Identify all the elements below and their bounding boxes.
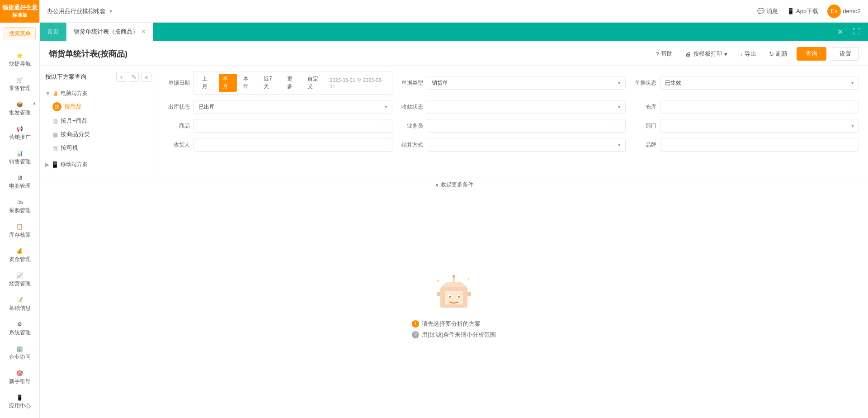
svg-rect-1 [445, 291, 463, 304]
sidebar-item-retail[interactable]: 🛒 零售管理 [0, 72, 39, 97]
filter-item-order-status: 单据状态 已生效 ▾ [633, 76, 859, 90]
tab-minimize-icon[interactable]: ✕ [834, 25, 846, 38]
message-button[interactable]: 💬 消息 [757, 7, 778, 15]
scheme-item-by-month-goods[interactable]: ▦ 按月+商品 [40, 114, 157, 128]
topbar-dropdown-icon[interactable]: ▾ [109, 8, 112, 14]
empty-state: ✦ ✦ 1 请先选择要分析的方案 2 用[过滤]条件来缩小分析范围 [40, 192, 868, 418]
topbar: 办公用品行业模拟账套 ▾ 💬 消息 📱 App下载 Ea demo2 [40, 0, 868, 23]
scheme-item-by-goods[interactable]: 按 按商品 [40, 100, 157, 114]
scheme-item-by-goods-category[interactable]: ▦ 按商品分类 [40, 128, 157, 141]
scheme-group-pc-header[interactable]: ▼ 🖥 电脑端方案 [40, 87, 157, 100]
inventory-icon: 📋 [16, 223, 23, 230]
date-tab-this-month[interactable]: 本月 [219, 74, 236, 92]
sidebar-item-apps[interactable]: 📱 应用中心 [0, 390, 39, 414]
sidebar-item-sales[interactable]: 📊 销售管理 [0, 146, 39, 170]
enterprise-icon: 🏢 [16, 346, 23, 352]
page-title: 销货单统计表(按商品) [49, 48, 127, 59]
date-tab-last-month[interactable]: 上月 [198, 74, 216, 92]
quick-nav-item[interactable]: ⭐ 快捷导航 [0, 45, 39, 72]
sidebar-item-basic[interactable]: 📝 基础信息 [0, 292, 39, 317]
hint-text-2: 用[过滤]条件来缩小分析范围 [422, 331, 495, 339]
order-type-control[interactable]: 销货单 ▾ [427, 76, 626, 90]
sidebar-search-area[interactable]: 搜索菜单 [0, 23, 39, 45]
app-download-button[interactable]: 📱 App下载 [787, 7, 818, 15]
brand-dots[interactable]: ··· [848, 142, 854, 148]
user-avatar: Ea [827, 5, 841, 18]
stock-status-arrow: ▾ [385, 104, 387, 110]
department-control[interactable]: ▾ [660, 119, 859, 133]
date-tab-7days[interactable]: 近7天 [260, 74, 281, 92]
date-filter-control[interactable]: 上月 本月 本年 近7天 更多 自定义 2023-03-01 至 2023-03… [193, 71, 392, 95]
tab-bar: 首页 销货单统计表（按商品） ✕ ✕ ⛶ [40, 23, 868, 41]
date-tab-custom[interactable]: 自定义 [304, 74, 327, 92]
sidebar-item-wholesale[interactable]: 📦 批发管理 ▲ [0, 97, 39, 121]
user-profile[interactable]: Ea demo2 [827, 5, 861, 18]
print-button[interactable]: 🖨 按模板打印 ▾ [682, 48, 731, 60]
export-button[interactable]: ↓ 导出 [736, 48, 760, 60]
filter-item-brand: 品牌 ··· [633, 138, 859, 152]
filter-row-1: 单据日期 上月 本月 本年 近7天 更多 自定义 2023-03-01 至 20… [166, 71, 859, 95]
settlement-control[interactable]: ▾ [427, 138, 626, 152]
sidebar-item-finance[interactable]: 💰 资金管理 [0, 243, 39, 268]
salesman-dots[interactable]: ··· [615, 123, 621, 129]
svg-point-11 [453, 275, 455, 278]
settings-button[interactable]: 设置 [832, 47, 859, 61]
collapse-more-button[interactable]: ∧ 收起更多条件 [40, 177, 868, 192]
recipient-control[interactable]: ··· [193, 138, 392, 152]
tab-close-button[interactable]: ✕ [141, 28, 146, 35]
filter-item-stock-status: 出库状态 已出库 ▾ [166, 100, 392, 114]
tab-maximize-icon[interactable]: ⛶ [850, 25, 863, 38]
basic-icon: 📝 [16, 297, 23, 303]
goods-control[interactable]: ··· [193, 119, 392, 133]
brand-label: 品牌 [633, 141, 656, 149]
search-menu-button[interactable]: 搜索菜单 [4, 27, 36, 40]
order-status-value: 已生效 [665, 79, 681, 87]
finance-label: 资金管理 [9, 256, 31, 263]
scheme-item-by-month-goods-label: 按月+商品 [61, 117, 88, 125]
department-arrow: ▾ [851, 123, 854, 129]
scheme-collapse-button[interactable]: « [142, 72, 151, 82]
logo-sub-text: 标准版 [12, 12, 27, 18]
scheme-item-by-cashier[interactable]: ▦ 按司机 [40, 141, 157, 155]
scheme-item-by-month-goods-icon: ▦ [52, 118, 58, 124]
order-status-control[interactable]: 已生效 ▾ [660, 76, 859, 90]
filter-item-recipient: 收货人 ··· [166, 138, 392, 152]
tab-sales-stat[interactable]: 销货单统计表（按商品） ✕ [66, 23, 153, 41]
topbar-account-title: 办公用品行业模拟账套 [47, 7, 106, 15]
sidebar-item-system[interactable]: ⚙ 系统管理 [0, 317, 39, 341]
scheme-group-mobile-header[interactable]: ▶ 📱 移动端方案 [40, 158, 157, 171]
sidebar-item-purchase[interactable]: 🛍 采购管理 [0, 195, 39, 219]
date-tab-more[interactable]: 更多 [283, 74, 301, 92]
sidebar-nav-list: 🛒 零售管理 📦 批发管理 ▲ 📢 营销推广 📊 销售管理 🖥 电商管理 🛍 采… [0, 72, 39, 418]
sidebar-item-inventory[interactable]: 📋 库存核算 [0, 219, 39, 243]
warehouse-control[interactable]: ··· [660, 100, 859, 114]
query-button[interactable]: 查询 [797, 47, 826, 61]
refresh-icon: ↻ [769, 51, 774, 57]
wholesale-icon: 📦 [16, 101, 23, 108]
sidebar-item-enterprise[interactable]: 🏢 企业协同 [0, 341, 39, 366]
filter-row-4: 收货人 ··· 结算方式 ▾ 品牌 [166, 138, 859, 152]
brand-control[interactable]: ··· [660, 138, 859, 152]
sidebar-item-operation[interactable]: 📈 经营管理 [0, 268, 39, 292]
salesman-control[interactable]: ··· [427, 119, 626, 133]
goods-dots[interactable]: ··· [382, 123, 387, 129]
scheme-edit-button[interactable]: ✎ [129, 72, 139, 82]
date-tab-this-year[interactable]: 本年 [240, 74, 257, 92]
refresh-label: 刷新 [776, 50, 788, 58]
sidebar-item-quick-nav[interactable]: ⭐ 快捷导航 [4, 48, 36, 72]
sidebar-item-guide[interactable]: 🎯 新手引导 [0, 366, 39, 390]
quick-nav-icon: ⭐ [16, 52, 23, 59]
svg-point-4 [449, 296, 451, 298]
recipient-dots[interactable]: ··· [382, 142, 387, 148]
sidebar-item-marketing[interactable]: 📢 营销推广 [0, 121, 39, 146]
print-label: 按模板打印 [693, 50, 722, 58]
tab-home[interactable]: 首页 [40, 23, 66, 41]
help-button[interactable]: ? 帮助 [652, 48, 676, 60]
sidebar-item-ecommerce[interactable]: 🖥 电商管理 [0, 170, 39, 195]
sidebar-item-wechat[interactable]: 💬 企业微信 [0, 414, 39, 418]
stock-status-control[interactable]: 已出库 ▾ [193, 100, 392, 114]
payment-status-control[interactable]: ▾ [427, 100, 626, 114]
scheme-add-button[interactable]: + [116, 72, 126, 82]
refresh-button[interactable]: ↻ 刷新 [765, 48, 791, 60]
warehouse-dots[interactable]: ··· [848, 104, 854, 110]
